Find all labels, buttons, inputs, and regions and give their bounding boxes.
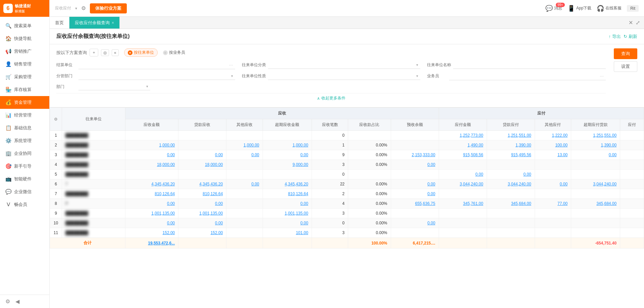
row-loan-payable[interactable]: 1,390.00 [487,140,535,150]
sidebar-item-purchase[interactable]: 🛒采购管理 [0,71,49,83]
row-other-payable[interactable]: 0.00 [535,179,571,189]
row-other-payable[interactable] [535,228,571,238]
row-receivable-amount[interactable]: 1,001,135.00 [125,209,178,218]
row-other-receivable[interactable] [226,209,263,218]
row-other-payable[interactable]: 100.00 [535,140,571,150]
row-loan-receivable[interactable]: 4,345,436.20 [178,179,226,189]
row-other-receivable[interactable] [226,160,263,170]
row-other-payable[interactable]: 77.00 [535,199,571,209]
scheme-partner-item[interactable]: ● 按往来单位 [124,48,158,57]
row-overdue-payable[interactable] [571,228,620,238]
filter-collapse-left-button[interactable]: « [112,49,119,56]
sidebar-item-quick[interactable]: 🏠快捷导航 [0,32,49,45]
salesman-select[interactable]: ··· [449,72,606,80]
row-payable-amount[interactable]: 0.00 [439,170,487,179]
sidebar-item-vip[interactable]: Ⅴ畅会员 [0,198,49,211]
row-overdue-receivable[interactable]: 4,345,436.20 [263,179,312,189]
row-overdue-payable[interactable] [571,170,620,179]
row-receivable-amount[interactable]: 1,000.00 [125,140,178,150]
sidebar-item-wechat[interactable]: 💬企业微信 [0,185,49,198]
total-receivable-amount[interactable]: 19,553,472,6... [125,238,178,249]
row-payable-amount[interactable] [439,189,487,199]
filter-target-button[interactable]: ◎ [101,49,109,56]
settlement-select[interactable]: ··· [78,61,235,69]
dept-select[interactable]: ▾ [78,73,235,80]
row-other-receivable[interactable]: 0.00 [226,150,263,160]
row-prepaid-balance[interactable] [391,170,439,179]
row-prepaid-balance[interactable]: 0.00 [391,189,439,199]
row-other-receivable[interactable] [226,199,263,209]
partner-name-input[interactable] [453,61,606,69]
row-other-receivable[interactable]: 0.00 [226,179,263,189]
row-other-receivable[interactable] [226,228,263,238]
row-prepaid-balance[interactable] [391,228,439,238]
row-other-receivable[interactable] [226,170,263,179]
row-receivable-amount[interactable] [125,170,178,179]
row-overdue-payable[interactable]: 3,044,240.00 [571,179,620,189]
row-loan-payable[interactable] [487,218,535,228]
row-loan-payable[interactable]: 345,684.00 [487,199,535,209]
sidebar-item-search[interactable]: 🔍搜索菜单 [0,19,49,32]
row-loan-payable[interactable]: 0.00 [487,170,535,179]
row-loan-receivable[interactable] [178,170,226,179]
set-button[interactable]: 设置 [614,61,637,72]
row-overdue-receivable[interactable] [263,131,312,140]
sidebar-item-inventory[interactable]: 🏪库存核算 [0,83,49,96]
row-overdue-payable[interactable] [571,160,620,170]
row-overdue-receivable[interactable] [263,170,312,179]
topbar-user[interactable]: Rit [627,5,639,12]
table-area[interactable]: ⚙ 往来单位 应收 应付 应收金额 贷款应收 其他应收 超期应收金额 应收笔数 … [50,107,644,308]
row-other-payable[interactable] [535,209,571,218]
sidebar-item-sales[interactable]: 👤销售管理 [0,58,49,71]
row-overdue-payable[interactable]: 0.00 [571,150,620,160]
row-loan-receivable[interactable]: 18,000.00 [178,160,226,170]
col-settings[interactable]: ⚙ [50,108,62,131]
row-overdue-receivable[interactable]: 0.00 [263,199,312,209]
row-loan-payable[interactable] [487,209,535,218]
row-other-receivable[interactable]: 1,000.00 [226,140,263,150]
row-payable-amount[interactable]: 1,252,773.00 [439,131,487,140]
collapse-more-button[interactable]: ∧ 收起更多条件 [317,95,345,101]
tab-close-icon[interactable]: × [112,20,114,25]
row-overdue-payable[interactable] [571,209,620,218]
row-other-receivable[interactable] [226,218,263,228]
row-overdue-payable[interactable]: 1,390.00 [571,140,620,150]
row-prepaid-balance[interactable] [391,140,439,150]
row-loan-receivable[interactable]: 0.00 [178,199,226,209]
row-other-payable[interactable] [535,189,571,199]
row-overdue-receivable[interactable]: 9,000.00 [263,160,312,170]
row-receivable-amount[interactable]: 0.00 [125,150,178,160]
tabbar-expand-icon[interactable]: ⤢ [636,19,640,26]
topbar-gear-icon[interactable]: ⚙ [81,5,86,11]
solution-button[interactable]: 体验行业方案 [90,3,127,13]
department-select[interactable]: ▾ [78,83,150,90]
export-button[interactable]: ↑ 导出 [609,34,621,40]
sidebar-item-operation[interactable]: 📊经营管理 [0,109,49,122]
tab-query[interactable]: 应收应付余额查询 × [69,17,120,29]
row-overdue-receivable[interactable]: 0.00 [263,150,312,160]
sidebar-item-marketing[interactable]: 📢营销推广 [0,45,49,58]
row-payable-amount[interactable] [439,218,487,228]
scheme-salesman-item[interactable]: ○ 按业务员 [160,49,189,56]
row-overdue-payable[interactable] [571,218,620,228]
row-receivable-amount[interactable]: 18,000.00 [125,160,178,170]
row-other-payable[interactable] [535,160,571,170]
row-receivable-amount[interactable]: 0.00 [125,218,178,228]
row-other-payable[interactable]: 13.00 [535,150,571,160]
topbar-app-download[interactable]: 📱 App下载 [568,5,591,12]
topbar-online-service[interactable]: 🎧 在线客服 [597,5,622,12]
row-receivable-amount[interactable]: 4,345,436.20 [125,179,178,189]
row-prepaid-balance[interactable]: 0.00 [391,179,439,189]
row-receivable-amount[interactable] [125,131,178,140]
row-loan-payable[interactable] [487,189,535,199]
row-overdue-receivable[interactable]: 101.00 [263,228,312,238]
row-receivable-amount[interactable]: 810,126.64 [125,189,178,199]
partner-nature-select[interactable]: ▾ [268,73,421,80]
sidebar-item-guide[interactable]: 🎯新手引导 [0,160,49,173]
row-loan-receivable[interactable]: 1,001,135.00 [178,209,226,218]
row-loan-receivable[interactable]: 810,126.64 [178,189,226,199]
row-overdue-receivable[interactable]: 0.00 [263,218,312,228]
row-payable-amount[interactable] [439,160,487,170]
row-prepaid-balance[interactable]: 655,636.75 [391,199,439,209]
collapse-sidebar-icon[interactable]: ◀ [15,298,19,305]
